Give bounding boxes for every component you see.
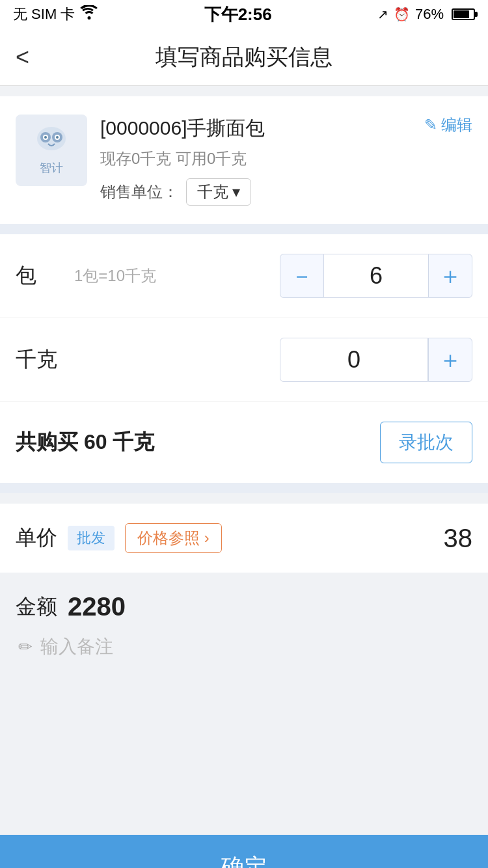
bao-minus-button[interactable]: － xyxy=(280,254,324,298)
confirm-button[interactable]: 确定 xyxy=(0,835,488,868)
bao-quantity-control: － ＋ xyxy=(280,254,472,298)
summary-unit: 千克 xyxy=(113,430,154,454)
unit-dropdown-icon: ▾ xyxy=(232,183,240,201)
svg-point-5 xyxy=(44,136,47,139)
product-unit-row: 销售单位： 千克 ▾ xyxy=(100,178,472,206)
status-time: 下午2:56 xyxy=(204,3,272,26)
section-divider-1 xyxy=(0,224,488,234)
bao-quantity-row: 包 1包=10千克 － ＋ xyxy=(0,234,488,318)
amount-row: 金额 2280 xyxy=(16,592,472,621)
kg-quantity-row: 千克 ＋ xyxy=(0,318,488,402)
product-section: 智计 [0000006]手撕面包 现存0千克 可用0千克 销售单位： 千克 ▾ … xyxy=(0,96,488,224)
status-bar: 无 SIM 卡 下午2:56 ↗ ⏰ 76% xyxy=(0,0,488,29)
price-value: 38 xyxy=(444,524,473,553)
edit-icon: ✎ xyxy=(424,116,437,134)
summary-amount: 60 xyxy=(84,430,107,454)
edit-label: 编辑 xyxy=(441,115,472,135)
location-icon: ↗ xyxy=(377,7,388,22)
product-stock: 现存0千克 可用0千克 xyxy=(100,148,472,169)
note-placeholder: 输入备注 xyxy=(40,634,113,659)
edit-button[interactable]: ✎ 编辑 xyxy=(424,115,472,135)
back-button[interactable]: < xyxy=(16,44,29,71)
summary-row: 共购买 60 千克 录批次 xyxy=(0,402,488,483)
page-title: 填写商品购买信息 xyxy=(156,42,332,72)
unit-value: 千克 xyxy=(197,182,228,202)
product-info: [0000006]手撕面包 现存0千克 可用0千克 销售单位： 千克 ▾ xyxy=(100,115,472,206)
price-label: 单价 xyxy=(16,524,57,552)
product-logo-icon xyxy=(35,126,68,157)
unit-label: 销售单位： xyxy=(100,182,178,202)
kg-plus-button[interactable]: ＋ xyxy=(428,338,472,382)
amount-label: 金额 xyxy=(16,593,57,621)
summary-prefix: 共购买 xyxy=(16,430,78,454)
section-divider-2 xyxy=(0,483,488,493)
battery-icon xyxy=(452,8,475,20)
price-tag: 批发 xyxy=(68,526,115,550)
kg-quantity-control: ＋ xyxy=(280,338,472,382)
amount-value: 2280 xyxy=(68,592,126,621)
status-indicators: ↗ ⏰ 76% xyxy=(377,6,475,23)
unit-selector[interactable]: 千克 ▾ xyxy=(186,178,251,206)
alarm-icon: ⏰ xyxy=(394,7,410,22)
amount-section: 金额 2280 ✏ 输入备注 xyxy=(0,573,488,666)
svg-point-6 xyxy=(56,136,59,139)
price-section: 单价 批发 价格参照 › 38 xyxy=(0,504,488,573)
nav-bar: < 填写商品购买信息 xyxy=(0,29,488,86)
bao-plus-button[interactable]: ＋ xyxy=(428,254,472,298)
empty-space xyxy=(0,666,488,835)
battery-percentage: 76% xyxy=(415,6,444,23)
product-logo-text: 智计 xyxy=(40,160,63,176)
kg-quantity-input[interactable] xyxy=(280,338,428,382)
note-row[interactable]: ✏ 输入备注 xyxy=(16,634,472,659)
bao-hint: 1包=10千克 xyxy=(74,265,280,286)
summary-text: 共购买 60 千克 xyxy=(16,428,154,457)
quantity-section: 包 1包=10千克 － ＋ 千克 ＋ 共购买 60 千克 录批次 xyxy=(0,234,488,483)
product-image: 智计 xyxy=(16,115,87,186)
record-batch-button[interactable]: 录批次 xyxy=(380,422,472,463)
price-ref-button[interactable]: 价格参照 › xyxy=(125,523,222,553)
note-icon: ✏ xyxy=(18,637,33,657)
carrier-text: 无 SIM 卡 xyxy=(13,5,75,24)
bao-quantity-input[interactable] xyxy=(324,254,428,298)
product-name: [0000006]手撕面包 xyxy=(100,115,472,142)
kg-label: 千克 xyxy=(16,346,68,374)
bao-label: 包 xyxy=(16,262,68,290)
wifi-icon xyxy=(80,5,98,23)
status-carrier: 无 SIM 卡 xyxy=(13,5,98,24)
